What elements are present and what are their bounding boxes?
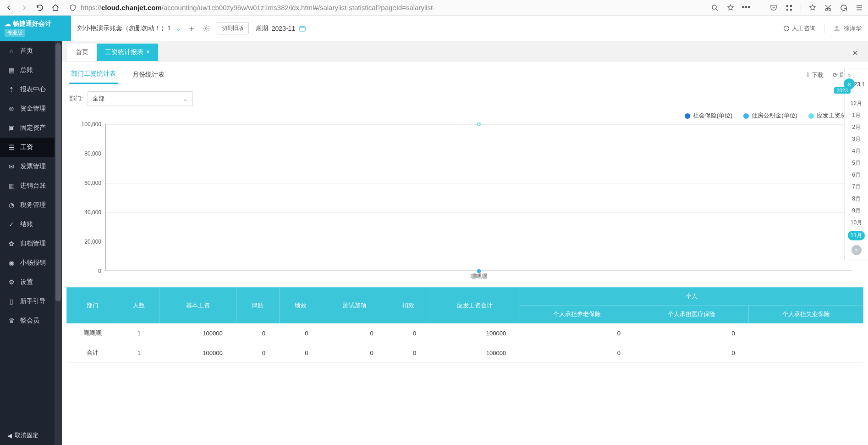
cell: 0	[236, 343, 279, 363]
sidebar-item-label: 总账	[20, 66, 33, 74]
dept-select-value: 全部	[93, 95, 104, 103]
sidebar-item-11[interactable]: ◉小畅报销	[0, 253, 62, 273]
cell: 0	[236, 323, 279, 343]
sidebar-item-4[interactable]: ▣固定资产	[0, 118, 62, 138]
month-option[interactable]: 4月	[852, 147, 861, 155]
home-icon[interactable]	[51, 4, 60, 12]
sidebar-item-2[interactable]: ⇡报表中心	[0, 80, 62, 99]
gear-icon[interactable]	[202, 24, 210, 33]
address-bar[interactable]: https://cloud.chanjet.com/accounting/uw1…	[66, 4, 704, 12]
month-option[interactable]: 8月	[852, 195, 861, 203]
logo-edition: 专业版	[5, 29, 25, 37]
fav-icon[interactable]	[808, 4, 817, 12]
sidebar-icon: ◉	[7, 259, 16, 267]
sidebar-item-7[interactable]: ▦进销台账	[0, 176, 62, 195]
calendar-icon	[299, 25, 306, 32]
svg-point-0	[712, 5, 716, 9]
sidebar-icon: ✿	[7, 240, 16, 247]
sidebar-item-label: 发票管理	[20, 162, 46, 171]
close-all-tabs[interactable]: ×	[848, 45, 863, 61]
month-option[interactable]: 6月	[852, 171, 861, 179]
app-header: ☁畅捷通好会计 专业版 刘小艳演示账套（勿删勿动！）1 ⌄ ＋ 切到旧版 账期 …	[0, 16, 868, 41]
url-text: https://cloud.chanjet.com/accounting/uw1…	[81, 4, 435, 11]
month-option[interactable]: 9月	[852, 207, 861, 215]
unpin-button[interactable]: ◀取消固定	[0, 426, 62, 445]
menu-icon[interactable]	[855, 4, 863, 12]
cell: 0	[387, 343, 430, 363]
month-option[interactable]: 12月	[851, 100, 862, 107]
sidebar-item-8[interactable]: ◔税务管理	[0, 195, 62, 215]
svg-rect-3	[786, 9, 788, 11]
star-icon[interactable]	[726, 4, 735, 12]
account-dropdown[interactable]: 刘小艳演示账套（勿删勿动！）1 ⌄	[77, 24, 181, 33]
month-option[interactable]: 5月	[852, 159, 861, 167]
shield-icon	[69, 4, 77, 12]
sidebar-item-label: 资金管理	[20, 105, 46, 113]
close-icon[interactable]: ×	[146, 48, 150, 56]
month-option[interactable]: 2月	[852, 123, 861, 131]
sidebar-item-label: 设置	[20, 278, 33, 286]
sidebar-item-3[interactable]: ⊚资金管理	[0, 99, 62, 118]
forward-icon[interactable]	[20, 4, 28, 12]
sidebar-icon: ▯	[7, 298, 16, 305]
tab-home[interactable]: 首页	[67, 44, 97, 61]
subtab-dept[interactable]: 部门工资统计表	[69, 66, 118, 84]
consult-button[interactable]: 人工咨询	[783, 24, 816, 33]
month-option[interactable]: 10月	[851, 219, 862, 227]
sidebar-item-5[interactable]: ☰工资	[0, 138, 62, 157]
sidebar-item-1[interactable]: ▤总账	[0, 61, 62, 80]
month-panel: » 2023.1 « 12月1月2月3月4月5月6月7月8月9月10月11月 »	[844, 68, 868, 260]
cell: 1	[119, 323, 159, 343]
apps-icon[interactable]	[785, 4, 793, 12]
col-header: 个人承担失业保险	[749, 306, 863, 323]
month-option[interactable]: 7月	[852, 183, 861, 191]
sidebar-item-14[interactable]: ♛畅会员	[0, 311, 62, 330]
salary-chart: 020,00040,00060,00080,000100,000 嘿嘿嘿	[73, 124, 857, 280]
table-row: 嘿嘿嘿1100000000010000000	[67, 323, 863, 343]
sidebar-item-label: 归档管理	[20, 239, 46, 248]
undo-icon[interactable]	[840, 4, 848, 12]
sidebar-item-label: 小畅报销	[20, 259, 46, 267]
back-icon[interactable]	[5, 4, 13, 12]
tab-salary-report[interactable]: 工资统计报表×	[97, 44, 158, 61]
month-option[interactable]: 1月	[852, 111, 861, 119]
col-header: 部门	[67, 288, 119, 323]
sidebar-item-6[interactable]: ✉发票管理	[0, 157, 62, 176]
cut-icon[interactable]	[824, 4, 832, 12]
period-picker[interactable]: 账期 2023-11	[255, 24, 306, 33]
col-header: 津贴	[236, 288, 279, 323]
col-header: 个人承担医疗保险	[634, 306, 749, 323]
cell: 0	[322, 343, 387, 363]
zoom-icon[interactable]	[711, 4, 719, 12]
sidebar-item-0[interactable]: ⌂首页	[0, 41, 62, 61]
collapse-icon[interactable]: »	[845, 71, 851, 78]
sidebar-item-10[interactable]: ✿归档管理	[0, 234, 62, 253]
sidebar-icon: ✓	[7, 221, 16, 228]
salary-table: 部门人数基本工资津贴绩效测试加项扣款应发工资合计个人 个人承担养老保险个人承担医…	[66, 287, 863, 363]
more-icon[interactable]: •••	[742, 4, 750, 12]
sidebar-icon: ♛	[7, 317, 16, 324]
sidebar-item-label: 结账	[20, 220, 33, 228]
user-menu[interactable]: 徐泽华	[833, 24, 862, 33]
sidebar-scrollbar[interactable]	[55, 41, 62, 445]
sidebar-item-label: 进销台账	[20, 182, 46, 190]
month-option[interactable]: 11月	[848, 231, 865, 240]
table-row: 合计1100000000010000000	[67, 343, 863, 363]
add-icon[interactable]: ＋	[187, 24, 196, 33]
reload-icon[interactable]	[36, 4, 44, 12]
sidebar-item-13[interactable]: ▯新手引导	[0, 292, 62, 311]
dept-select[interactable]: 全部 ⌄	[88, 91, 193, 106]
cell: 0	[520, 343, 634, 363]
sidebar-item-12[interactable]: ⚙设置	[0, 273, 62, 292]
sidebar-icon: ▦	[7, 182, 16, 189]
sidebar-icon: ⚙	[7, 278, 16, 286]
pocket-icon[interactable]	[769, 4, 778, 12]
scroll-down-button[interactable]: »	[852, 245, 862, 255]
sidebar-item-9[interactable]: ✓结账	[0, 215, 62, 234]
switch-old-button[interactable]: 切到旧版	[217, 22, 249, 34]
col-header: 测试加项	[322, 288, 387, 323]
subtab-month[interactable]: 月份统计表	[131, 67, 166, 83]
download-button[interactable]: ⇩ 下载	[805, 71, 824, 79]
month-option[interactable]: 3月	[852, 135, 861, 143]
svg-point-7	[205, 28, 207, 29]
